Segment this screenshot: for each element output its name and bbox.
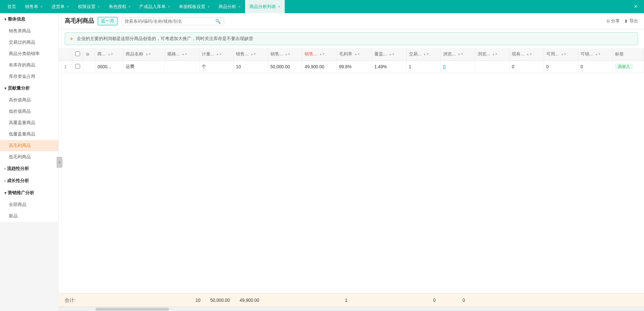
row-current: 0: [510, 61, 544, 73]
sort-icon[interactable]: ▲▼: [251, 53, 256, 56]
close-icon[interactable]: ×: [278, 5, 280, 9]
footer-total: 合计: 10 50,000.00 49,900.00 1 0 0: [59, 293, 644, 307]
footer-browse2: [384, 298, 414, 303]
search-input[interactable]: [125, 19, 214, 24]
sort-icon[interactable]: ▲▼: [458, 53, 464, 56]
settings-icon[interactable]: ⚙: [86, 52, 90, 57]
col-sales3[interactable]: 销售... ▲▼: [302, 48, 337, 61]
col-tag: 标签: [612, 48, 644, 61]
sidebar-item-low-margin[interactable]: 低毛利商品: [0, 151, 58, 163]
sidebar-wrapper: ▾ 整体信息 销售类商品 交易过的商品 商品分类助销率 有库存的商品 库存资金占…: [0, 13, 59, 311]
col-coverage[interactable]: 覆盖... ▲▼: [372, 48, 407, 61]
chevron-right-icon: ›: [4, 179, 6, 183]
nav-product-in[interactable]: 产成品入库单 ×: [135, 0, 175, 13]
scrollbar-thumb[interactable]: [96, 308, 169, 311]
row-transactions: 1: [406, 61, 441, 73]
col-transactions[interactable]: 交易... ▲▼: [406, 48, 441, 61]
sidebar-item-high-margin[interactable]: 高毛利商品: [0, 140, 58, 151]
sidebar-item-low-value[interactable]: 低价值商品: [0, 106, 58, 117]
col-code[interactable]: 商... ▲▼: [95, 48, 123, 61]
search-icon[interactable]: 🔍: [215, 19, 221, 24]
close-icon[interactable]: ×: [238, 5, 241, 9]
close-icon[interactable]: ×: [67, 5, 69, 9]
col-unit[interactable]: 计量... ▲▼: [199, 48, 234, 61]
close-icon[interactable]: ×: [208, 5, 210, 9]
sort-icon[interactable]: ▲▼: [492, 53, 498, 56]
nav-home[interactable]: 首页: [3, 0, 21, 13]
share-icon: ⎘: [607, 19, 609, 24]
sidebar-group-flow[interactable]: › 流趋性分析: [0, 163, 58, 175]
horizontal-scrollbar[interactable]: [59, 307, 644, 311]
sidebar-group-growth[interactable]: › 成长性分析: [0, 175, 58, 187]
top-nav: 首页 销售单 × 进货单 × 权限设置 × 角色授权 × 产成品入库单 × 单据…: [0, 0, 644, 13]
nav-permission[interactable]: 权限设置 ×: [73, 0, 104, 13]
sort-icon[interactable]: ▲▼: [182, 53, 188, 56]
col-spec[interactable]: 规格... ▲▼: [165, 48, 199, 61]
sort-icon[interactable]: ▲▼: [389, 53, 395, 56]
sort-icon[interactable]: ▲▼: [319, 53, 325, 56]
sort-icon[interactable]: ▲▼: [108, 53, 114, 56]
close-icon[interactable]: ×: [168, 5, 170, 9]
sort-icon[interactable]: ▲▼: [561, 53, 566, 56]
nav-sales[interactable]: 销售单 ×: [21, 0, 47, 13]
sidebar-item-traded-goods[interactable]: 交易过的商品: [0, 37, 58, 48]
sidebar-collapse-button[interactable]: «: [57, 157, 62, 168]
col-current[interactable]: 现有... ▲▼: [510, 48, 544, 61]
nav-goods-analysis-list[interactable]: 商品分析列表 ×: [245, 0, 285, 13]
sort-icon[interactable]: ▲▼: [285, 53, 291, 56]
sidebar-item-high-value[interactable]: 高价值商品: [0, 94, 58, 106]
row-name: 运费: [123, 61, 165, 73]
nav-role[interactable]: 角色授权 ×: [104, 0, 135, 13]
close-icon[interactable]: ×: [40, 5, 43, 9]
row-sales2: 50,000.00: [268, 61, 302, 73]
sidebar-group-overall[interactable]: ▾ 整体信息: [0, 13, 58, 25]
close-icon[interactable]: ×: [129, 5, 131, 9]
col-name[interactable]: 商品名称 ▲▼: [123, 48, 165, 61]
sort-icon[interactable]: ▲▼: [145, 53, 151, 56]
sort-icon[interactable]: ▲▼: [423, 53, 429, 56]
nav-goods-analysis[interactable]: 商品分析 ×: [214, 0, 245, 13]
nav-purchase[interactable]: 进货单 ×: [47, 0, 73, 13]
row-saleable: 0: [578, 61, 613, 73]
footer-available: 0: [443, 298, 472, 303]
sidebar-group-contribution[interactable]: ▾ 贡献量分析: [0, 82, 58, 94]
select-all-checkbox[interactable]: [75, 51, 80, 56]
sidebar-item-category-rate[interactable]: 商品分类助销率: [0, 48, 58, 59]
col-num: [59, 48, 72, 61]
col-gross-rate[interactable]: 毛利率 ▲▼: [337, 48, 372, 61]
sort-icon[interactable]: ▲▼: [354, 53, 360, 56]
col-sales2[interactable]: 销售... ▲▼: [268, 48, 302, 61]
sidebar-item-all-goods[interactable]: 全部商品: [0, 199, 58, 210]
col-settings: ⚙: [83, 48, 95, 61]
col-sales1[interactable]: 销售... ▲▼: [234, 48, 268, 61]
col-available[interactable]: 可用... ▲▼: [544, 48, 578, 61]
sidebar-item-stock-capital[interactable]: 库存资金占用: [0, 71, 58, 82]
col-browse2[interactable]: 浏览... ▲▼: [475, 48, 510, 61]
time-filter-button[interactable]: 近一月: [98, 17, 118, 25]
col-checkbox: [72, 48, 83, 61]
col-saleable[interactable]: 可销... ▲▼: [578, 48, 613, 61]
row-gross-rate: 99.8%: [337, 61, 372, 73]
row-unit: 个: [199, 61, 234, 73]
sidebar-item-new-goods[interactable]: 新品: [0, 210, 58, 222]
export-button[interactable]: ⬆ 导出: [624, 18, 638, 24]
footer-label: 合计:: [65, 297, 76, 304]
header-actions: ⎘ 分享 ⬆ 导出: [607, 18, 638, 24]
content-header: 高毛利商品 近一月 🔍 ⎘ 分享 ⬆ 导出: [59, 13, 644, 29]
window-close-button[interactable]: ×: [630, 3, 641, 10]
sidebar-item-in-stock[interactable]: 有库存的商品: [0, 59, 58, 71]
sort-icon[interactable]: ▲▼: [595, 53, 601, 56]
sidebar-group-marketing[interactable]: ▾ 营销推广分析: [0, 187, 58, 199]
share-button[interactable]: ⎘ 分享: [607, 18, 620, 24]
sidebar-item-high-coverage[interactable]: 高覆盖量商品: [0, 117, 58, 129]
chevron-right-icon: ›: [4, 167, 6, 171]
sidebar-item-low-coverage[interactable]: 低覆盖量商品: [0, 129, 58, 140]
sort-icon[interactable]: ▲▼: [216, 53, 222, 56]
row-checkbox[interactable]: [75, 64, 80, 69]
col-browse1[interactable]: 浏览... ▲▼: [441, 48, 475, 61]
row-sales1: 10: [234, 61, 268, 73]
sidebar-item-sales-goods[interactable]: 销售类商品: [0, 25, 58, 37]
nav-template[interactable]: 单据模板设置 ×: [175, 0, 214, 13]
close-icon[interactable]: ×: [98, 5, 100, 9]
sort-icon[interactable]: ▲▼: [526, 53, 532, 56]
